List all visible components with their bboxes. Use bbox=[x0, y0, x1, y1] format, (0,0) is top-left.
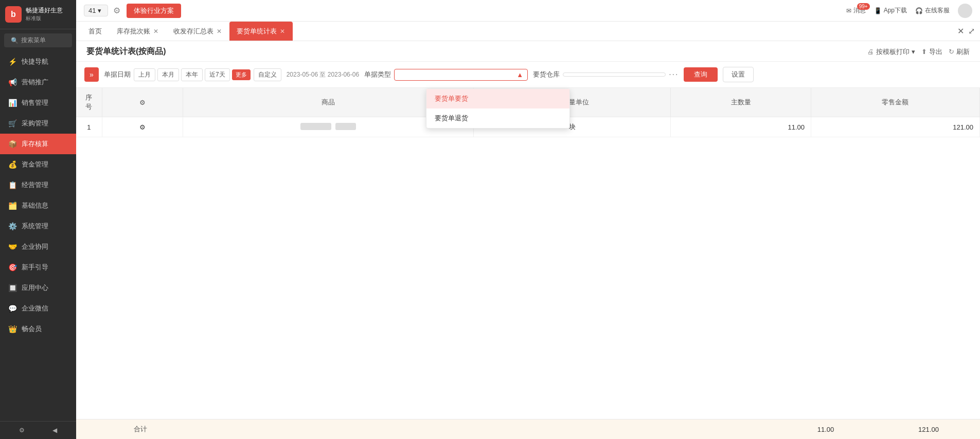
header-right: ✉ 消息 99+ 📱 App下载 🎧 在线客服 bbox=[846, 4, 972, 18]
filter-bar: » 单据日期 上月 本月 本年 近7天 更多 自定义 2023-05-06 至 … bbox=[76, 62, 980, 88]
cooperation-icon: 🤝 bbox=[7, 242, 17, 252]
operations-icon: 📋 bbox=[7, 180, 17, 190]
type-select-arrow: ▲ bbox=[516, 71, 523, 79]
sidebar-item-inventory[interactable]: 📦 库存核算 bbox=[0, 134, 76, 154]
messages-action[interactable]: ✉ 消息 99+ bbox=[846, 6, 866, 15]
col-settings-header: ⚙ bbox=[102, 88, 183, 117]
close-all-tabs-button[interactable]: ✕ bbox=[957, 27, 964, 35]
logo-icon: b bbox=[5, 6, 22, 23]
headphone-icon: 🎧 bbox=[915, 7, 923, 14]
tab-controls: ✕ ⤢ bbox=[957, 27, 975, 35]
dropdown-item-order-request[interactable]: 要货单要货 bbox=[426, 89, 569, 108]
tab-inventory-batch[interactable]: 库存批次账 ✕ bbox=[110, 22, 166, 41]
type-select-input[interactable]: ▲ bbox=[394, 69, 528, 81]
member-icon: 👑 bbox=[7, 324, 17, 334]
sidebar-item-shortcut[interactable]: ⚡ 快捷导航 bbox=[0, 51, 76, 72]
close-tab-inventory-batch[interactable]: ✕ bbox=[153, 28, 158, 35]
sidebar-search[interactable]: 🔍 搜索菜单 bbox=[4, 33, 72, 47]
last7days-btn[interactable]: 近7天 bbox=[205, 68, 230, 81]
page-inner: 要货单统计表(按商品) 🖨 按模板打印 ▾ ⬆ 导出 ↻ 刷新 bbox=[76, 41, 980, 439]
system-icon: ⚙️ bbox=[7, 221, 17, 231]
footer-quantity: 11.00 bbox=[774, 426, 877, 433]
sidebar-item-system[interactable]: ⚙️ 系统管理 bbox=[0, 216, 76, 236]
col-quantity-header: 主数量 bbox=[671, 88, 811, 117]
sidebar-item-basic[interactable]: 🗂️ 基础信息 bbox=[0, 195, 76, 216]
filter-expand-button[interactable]: » bbox=[84, 67, 99, 82]
settings-footer-btn[interactable]: ⚙ bbox=[19, 427, 25, 434]
type-filter-label: 单据类型 bbox=[364, 70, 391, 79]
sidebar: b 畅捷通好生意 标准版 🔍 搜索菜单 ⚡ 快捷导航 📢 营销推广 📊 销售管理… bbox=[0, 0, 76, 439]
table-area: 序号 ⚙ 商品 主计量单位 主数量 零售金额 1 ⚙ bbox=[76, 88, 980, 419]
purchase-icon: 🛒 bbox=[7, 118, 17, 129]
app-download-action[interactable]: 📱 App下载 bbox=[874, 6, 907, 15]
sidebar-item-sales[interactable]: 📊 销售管理 bbox=[0, 93, 76, 113]
sidebar-item-operations[interactable]: 📋 经营管理 bbox=[0, 175, 76, 195]
tab-bar: 首页 库存批次账 ✕ 收发存汇总表 ✕ 要货单统计表 ✕ ✕ ⤢ bbox=[76, 22, 980, 41]
cell-amount: 121.00 bbox=[811, 117, 979, 137]
dropdown-item-order-return[interactable]: 要货单退货 bbox=[426, 108, 569, 128]
sidebar-item-cooperation[interactable]: 🤝 企业协同 bbox=[0, 236, 76, 257]
query-button[interactable]: 查询 bbox=[684, 67, 718, 82]
collapse-footer-btn[interactable]: ◀ bbox=[52, 427, 57, 434]
store-selector[interactable]: 41 ▾ bbox=[84, 5, 108, 16]
basic-icon: 🗂️ bbox=[7, 200, 17, 211]
more-dates-btn[interactable]: 更多 bbox=[232, 69, 251, 80]
user-avatar[interactable] bbox=[958, 4, 972, 18]
sidebar-item-wechat[interactable]: 💬 企业微信 bbox=[0, 298, 76, 319]
col-index-header: 序号 bbox=[76, 88, 102, 117]
tab-shipping-summary[interactable]: 收发存汇总表 ✕ bbox=[166, 22, 229, 41]
shortcut-icon: ⚡ bbox=[7, 57, 17, 67]
close-tab-order-stats[interactable]: ✕ bbox=[280, 28, 285, 35]
settings-button[interactable]: 设置 bbox=[723, 67, 754, 82]
last-month-btn[interactable]: 上月 bbox=[134, 68, 155, 81]
close-tab-shipping-summary[interactable]: ✕ bbox=[217, 28, 222, 35]
this-month-btn[interactable]: 本月 bbox=[157, 68, 179, 81]
type-filter-group: 单据类型 ▲ bbox=[364, 69, 528, 81]
sidebar-item-finance[interactable]: 💰 资金管理 bbox=[0, 154, 76, 175]
more-options-button[interactable]: ··· bbox=[669, 70, 679, 79]
footer-summary-label: 合计 bbox=[128, 425, 153, 434]
sidebar-item-member[interactable]: 👑 畅会员 bbox=[0, 319, 76, 339]
warehouse-select-input[interactable] bbox=[563, 72, 666, 77]
type-dropdown: 要货单要货 要货单退货 bbox=[426, 88, 570, 129]
this-year-btn[interactable]: 本年 bbox=[181, 68, 203, 81]
tab-home[interactable]: 首页 bbox=[81, 22, 110, 41]
online-support-label: 在线客服 bbox=[925, 6, 950, 15]
maximize-button[interactable]: ⤢ bbox=[968, 27, 975, 35]
app-title: 畅捷通好生意 bbox=[26, 7, 63, 15]
refresh-icon: ↻ bbox=[949, 48, 954, 56]
custom-date-btn[interactable]: 自定义 bbox=[254, 68, 281, 81]
print-icon: 🖨 bbox=[867, 48, 874, 56]
export-icon: ⬆ bbox=[921, 48, 927, 56]
page-actions: 🖨 按模板打印 ▾ ⬆ 导出 ↻ 刷新 bbox=[867, 47, 970, 57]
app-subtitle: 标准版 bbox=[26, 15, 63, 22]
store-number: 41 bbox=[88, 7, 96, 14]
message-icon: ✉ bbox=[846, 7, 851, 14]
online-support-action[interactable]: 🎧 在线客服 bbox=[915, 6, 950, 15]
tab-order-stats[interactable]: 要货单统计表 ✕ bbox=[229, 22, 293, 41]
export-button[interactable]: ⬆ 导出 bbox=[921, 47, 942, 57]
print-dropdown-icon: ▾ bbox=[912, 48, 915, 56]
app-logo: b 畅捷通好生意 标准版 bbox=[0, 0, 76, 29]
warehouse-filter-label: 要货仓库 bbox=[533, 70, 560, 79]
page-content: 要货单统计表(按商品) 🖨 按模板打印 ▾ ⬆ 导出 ↻ 刷新 bbox=[76, 41, 980, 439]
warehouse-filter-group: 要货仓库 ··· bbox=[533, 70, 679, 79]
table-settings-icon[interactable]: ⚙ bbox=[139, 99, 146, 106]
cell-settings[interactable]: ⚙ bbox=[102, 117, 183, 137]
guide-icon: 🎯 bbox=[7, 262, 17, 272]
marketing-icon: 📢 bbox=[7, 77, 17, 87]
appstore-icon: 🔲 bbox=[7, 283, 17, 293]
sidebar-footer: ⚙ ◀ bbox=[0, 421, 76, 439]
refresh-button[interactable]: ↻ 刷新 bbox=[949, 47, 970, 57]
settings-gear-icon[interactable]: ⚙ bbox=[113, 6, 120, 15]
inventory-icon: 📦 bbox=[7, 139, 17, 149]
sidebar-item-purchase[interactable]: 🛒 采购管理 bbox=[0, 113, 76, 134]
trial-industry-button[interactable]: 体验行业方案 bbox=[127, 4, 181, 18]
print-template-button[interactable]: 🖨 按模板打印 ▾ bbox=[867, 47, 915, 57]
app-download-label: App下载 bbox=[884, 6, 907, 15]
sidebar-item-marketing[interactable]: 📢 营销推广 bbox=[0, 72, 76, 93]
date-quick-buttons: 上月 本月 本年 近7天 更多 bbox=[134, 68, 251, 81]
sidebar-item-appstore[interactable]: 🔲 应用中心 bbox=[0, 278, 76, 298]
sidebar-item-guide[interactable]: 🎯 新手引导 bbox=[0, 257, 76, 278]
footer-amount: 121.00 bbox=[877, 426, 980, 433]
